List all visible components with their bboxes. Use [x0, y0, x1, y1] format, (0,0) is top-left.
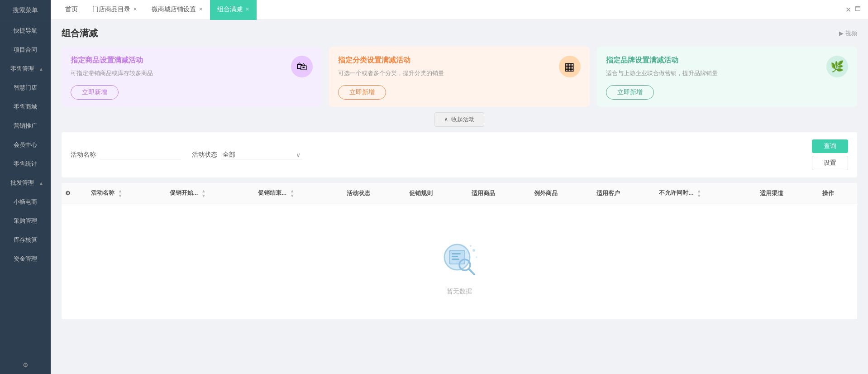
filter-name-label: 活动名称: [71, 151, 96, 159]
card-title: 指定商品设置满减活动: [71, 56, 313, 65]
video-label: 视频: [845, 29, 857, 38]
page-content: 组合满减 ▶ 视频 指定商品设置满减活动 🛍 可指定滞销商品或库存较多商品 立即…: [51, 20, 868, 374]
collapse-label: 收起活动: [451, 115, 475, 124]
svg-rect-4: [452, 259, 459, 260]
th-applicable-channel: 适用渠道: [756, 183, 819, 204]
video-link[interactable]: ▶ 视频: [839, 29, 857, 38]
tab-close-icon[interactable]: ✕: [133, 6, 137, 12]
sidebar-item-label: 智慧门店: [14, 84, 37, 92]
svg-point-9: [470, 245, 472, 247]
sidebar-item-label: 营销推广: [14, 122, 37, 130]
page-title: 组合满减: [62, 27, 98, 39]
sidebar-item-retail-mall[interactable]: 零售商城: [0, 97, 51, 116]
card-add-button[interactable]: 立即新增: [338, 85, 386, 100]
sidebar-item-quick-nav[interactable]: 快捷导航: [0, 21, 51, 40]
tab-label: 门店商品目录: [92, 5, 130, 14]
sidebar-item-label: 采购管理: [14, 217, 37, 225]
card-category-card: 指定分类设置满减活动 ▦ 可选一个或者多个分类，提升分类的销量 立即新增: [329, 47, 589, 107]
sort-icon: ▲▼: [201, 188, 206, 198]
sidebar-item-wholesale-mgmt[interactable]: 批发管理▲: [0, 173, 51, 192]
window-close-icon[interactable]: ✕: [845, 5, 851, 14]
svg-rect-3: [452, 256, 458, 257]
card-product-card: 指定商品设置满减活动 🛍 可指定滞销商品或库存较多商品 立即新增: [62, 47, 322, 107]
sidebar-item-label: 零售商城: [14, 103, 37, 111]
card-desc: 适合与上游企业联合做营销，提升品牌销量: [606, 69, 848, 78]
tab-close-icon[interactable]: ✕: [199, 6, 203, 12]
sidebar-item-member-center[interactable]: 会员中心: [0, 135, 51, 154]
sidebar-item-xiaochangec[interactable]: 小畅电商: [0, 192, 51, 211]
collapse-bar: ∧ 收起活动: [62, 112, 857, 127]
empty-icon: [437, 237, 482, 282]
sidebar-item-label: 快捷导航: [14, 27, 37, 35]
filter-status-label: 活动状态: [192, 151, 217, 159]
th-promo-end[interactable]: 促销结束... ▲▼: [254, 183, 343, 204]
sort-icon: ▲▼: [290, 188, 295, 198]
filter-actions: 查询 设置: [812, 139, 848, 170]
filter-status: 活动状态 全部进行中未开始已结束 ∨: [192, 150, 302, 159]
main-content: 首页门店商品目录✕微商城店铺设置✕组合满减✕ ✕ 🗖 组合满减 ▶ 视频 指定商…: [51, 0, 868, 374]
filter-status-wrap: 全部进行中未开始已结束 ∨: [221, 150, 302, 159]
sidebar-item-label: 批发管理: [7, 179, 37, 187]
sidebar-item-label: 小畅电商: [14, 198, 37, 206]
sidebar-item-label: 会员中心: [14, 141, 37, 149]
sidebar-item-marketing[interactable]: 营销推广: [0, 116, 51, 135]
svg-line-6: [469, 269, 474, 274]
play-icon: ▶: [839, 30, 844, 37]
th-activity-status: 活动状态: [343, 183, 405, 204]
sidebar-item-retail-mgmt[interactable]: 零售管理▲: [0, 59, 51, 78]
sidebar-item-label: 资金管理: [14, 255, 37, 263]
tab-home[interactable]: 首页: [58, 0, 85, 20]
tab-store-catalog[interactable]: 门店商品目录✕: [85, 0, 144, 20]
svg-point-7: [472, 249, 475, 252]
table-settings-icon[interactable]: ⚙: [65, 190, 71, 197]
page-header: 组合满减 ▶ 视频: [62, 27, 857, 39]
th-activity-name[interactable]: 活动名称 ▲▼: [87, 183, 166, 204]
table-head: ⚙活动名称 ▲▼促销开始... ▲▼促销结束... ▲▼活动状态促销规则适用商品…: [62, 183, 857, 204]
sidebar-item-purchase-mgmt[interactable]: 采购管理: [0, 211, 51, 230]
th-actions: 操作: [819, 183, 857, 204]
filter-name: 活动名称: [71, 150, 181, 159]
sidebar-item-capital-mgmt[interactable]: 资金管理: [0, 249, 51, 269]
th-no-concurrent[interactable]: 不允许同时... ▲▼: [655, 183, 756, 204]
th-promo-rules: 促销规则: [405, 183, 468, 204]
empty-state: 暂无数据: [65, 210, 854, 314]
sidebar-item-retail-stats[interactable]: 零售统计: [0, 154, 51, 173]
th-promo-start[interactable]: 促销开始... ▲▼: [166, 183, 255, 204]
card-title: 指定品牌设置满减活动: [606, 56, 848, 65]
window-minimize-icon[interactable]: 🗖: [855, 5, 861, 14]
filter-bar: 活动名称 活动状态 全部进行中未开始已结束 ∨ 查询 设置: [62, 132, 857, 177]
card-icon: 🛍: [291, 56, 313, 77]
card-title: 指定分类设置满减活动: [338, 56, 580, 65]
sort-icon: ▲▼: [697, 188, 701, 198]
card-icon: 🌿: [826, 56, 848, 77]
settings-button[interactable]: 设置: [812, 156, 848, 170]
sidebar-item-inventory[interactable]: 库存核算: [0, 230, 51, 249]
window-controls: ✕ 🗖: [845, 5, 861, 14]
card-add-button[interactable]: 立即新增: [606, 85, 654, 100]
filter-name-input[interactable]: [100, 150, 181, 159]
sidebar-search[interactable]: 搜索菜单: [0, 0, 51, 21]
tab-wechat-store-settings[interactable]: 微商城店铺设置✕: [144, 0, 210, 20]
card-add-button[interactable]: 立即新增: [71, 85, 119, 100]
tab-close-icon[interactable]: ✕: [245, 6, 249, 12]
sidebar-item-label: 项目合同: [14, 46, 37, 54]
th-settings: ⚙: [62, 183, 87, 204]
cards-section: 指定商品设置满减活动 🛍 可指定滞销商品或库存较多商品 立即新增 指定分类设置满…: [62, 47, 857, 107]
sidebar-item-smart-store[interactable]: 智慧门店: [0, 78, 51, 97]
sidebar-item-project-contract[interactable]: 项目合同: [0, 40, 51, 59]
filter-status-select[interactable]: 全部进行中未开始已结束: [221, 150, 302, 159]
tab-label: 首页: [65, 5, 78, 14]
tab-combo-discount[interactable]: 组合满减✕: [210, 0, 257, 20]
chevron-up-icon: ∧: [444, 116, 448, 123]
sidebar-item-label: 零售管理: [7, 65, 37, 73]
svg-rect-2: [452, 253, 461, 254]
th-excluded-goods: 例外商品: [530, 183, 593, 204]
th-applicable-goods: 适用商品: [468, 183, 530, 204]
query-button[interactable]: 查询: [812, 139, 848, 153]
collapse-button[interactable]: ∧ 收起活动: [434, 112, 484, 127]
sidebar-item-label: 库存核算: [14, 236, 37, 244]
table-container: ⚙活动名称 ▲▼促销开始... ▲▼促销结束... ▲▼活动状态促销规则适用商品…: [62, 183, 857, 319]
settings-icon[interactable]: ⚙: [0, 356, 51, 374]
table-row-empty: 暂无数据: [62, 204, 857, 319]
card-desc: 可选一个或者多个分类，提升分类的销量: [338, 69, 580, 78]
